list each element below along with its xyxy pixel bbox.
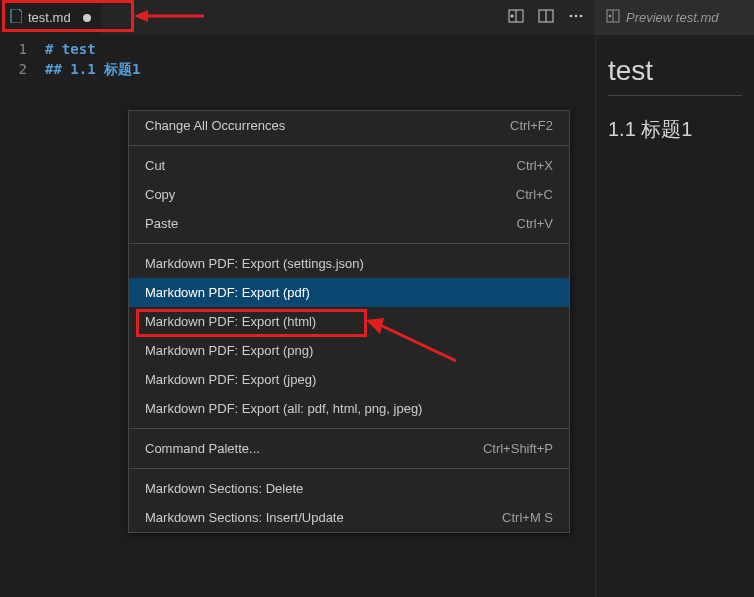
- preview-icon: [606, 9, 620, 26]
- menu-export-settings[interactable]: Markdown PDF: Export (settings.json): [129, 249, 569, 278]
- preview-h2: 1.1 标题1: [608, 116, 742, 143]
- code-line[interactable]: ## 1.1 标题1: [45, 59, 595, 79]
- preview-tab[interactable]: Preview test.md: [596, 0, 754, 35]
- menu-change-all[interactable]: Change All OccurrencesCtrl+F2: [129, 111, 569, 140]
- menu-export-html[interactable]: Markdown PDF: Export (html): [129, 307, 569, 336]
- tab-title: test.md: [28, 10, 71, 25]
- menu-export-pdf[interactable]: Markdown PDF: Export (pdf): [129, 278, 569, 307]
- menu-export-png[interactable]: Markdown PDF: Export (png): [129, 336, 569, 365]
- menu-sections-delete[interactable]: Markdown Sections: Delete: [129, 474, 569, 503]
- preview-content: test 1.1 标题1: [596, 35, 754, 163]
- context-menu: Change All OccurrencesCtrl+F2 CutCtrl+X …: [128, 110, 570, 533]
- editor-tab-test-md[interactable]: test.md: [0, 0, 101, 35]
- menu-paste[interactable]: PasteCtrl+V: [129, 209, 569, 238]
- svg-point-6: [575, 15, 578, 18]
- preview-panel: Preview test.md test 1.1 标题1: [595, 0, 754, 597]
- split-editor-icon[interactable]: [537, 8, 555, 27]
- preview-tab-title: Preview test.md: [626, 10, 718, 25]
- editor-panel: test.md 1 2 # test ## 1.1 标题1 Change All…: [0, 0, 595, 597]
- more-actions-icon[interactable]: [567, 8, 585, 27]
- menu-export-jpeg[interactable]: Markdown PDF: Export (jpeg): [129, 365, 569, 394]
- code-area[interactable]: # test ## 1.1 标题1: [45, 39, 595, 79]
- menu-command-palette[interactable]: Command Palette...Ctrl+Shift+P: [129, 434, 569, 463]
- menu-copy[interactable]: CopyCtrl+C: [129, 180, 569, 209]
- editor-body[interactable]: 1 2 # test ## 1.1 标题1: [0, 35, 595, 79]
- preview-h1: test: [608, 55, 742, 96]
- menu-export-all[interactable]: Markdown PDF: Export (all: pdf, html, pn…: [129, 394, 569, 423]
- menu-separator: [129, 243, 569, 244]
- menu-separator: [129, 468, 569, 469]
- svg-point-2: [511, 15, 514, 18]
- line-gutter: 1 2: [0, 39, 45, 79]
- line-number: 1: [0, 39, 27, 59]
- menu-sections-insert[interactable]: Markdown Sections: Insert/UpdateCtrl+M S: [129, 503, 569, 532]
- menu-separator: [129, 428, 569, 429]
- svg-point-5: [570, 15, 573, 18]
- line-number: 2: [0, 59, 27, 79]
- tab-bar: test.md: [0, 0, 595, 35]
- markdown-file-icon: [10, 9, 22, 26]
- open-preview-side-icon[interactable]: [507, 8, 525, 27]
- menu-separator: [129, 145, 569, 146]
- menu-cut[interactable]: CutCtrl+X: [129, 151, 569, 180]
- code-line[interactable]: # test: [45, 39, 595, 59]
- unsaved-indicator-icon: [83, 14, 91, 22]
- svg-point-7: [580, 15, 583, 18]
- tab-actions: [507, 8, 595, 27]
- svg-point-14: [609, 15, 612, 18]
